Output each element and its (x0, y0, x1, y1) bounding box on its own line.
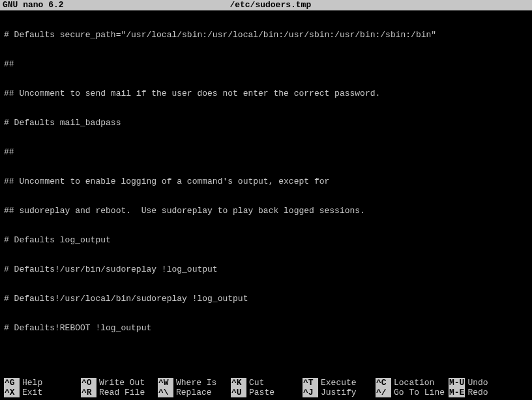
shortcut-row-1: ^GHelp ^OWrite Out ^WWhere Is ^KCut ^TEx… (4, 378, 528, 388)
file-line: ## Uncomment to enable logging of a comm… (4, 177, 528, 186)
shortcut-justify[interactable]: ^JJustify (303, 388, 376, 397)
file-line: # Defaults!/usr/local/bin/sudoreplay !lo… (4, 294, 528, 304)
shortcut-cut[interactable]: ^KCut (231, 378, 303, 388)
file-line: # Defaults mail_badpass (4, 118, 528, 128)
file-line: ## (4, 59, 528, 69)
file-line: # Defaults!REBOOT !log_output (4, 323, 528, 333)
file-line: ## Uncomment to send mail if the user do… (4, 89, 528, 98)
shortcut-location[interactable]: ^CLocation (376, 378, 449, 388)
editor-area[interactable]: # Defaults secure_path="/usr/local/sbin:… (0, 10, 532, 400)
file-line (4, 352, 528, 362)
file-line: ## (4, 147, 528, 157)
shortcut-replace[interactable]: ^\Replace (158, 388, 231, 397)
shortcut-readfile[interactable]: ^RRead File (81, 388, 158, 397)
file-line: # Defaults log_output (4, 235, 528, 245)
file-path: /etc/sudoers.tmp (12, 0, 529, 10)
title-bar: GNU nano 6.2 /etc/sudoers.tmp (0, 0, 532, 10)
shortcut-paste[interactable]: ^UPaste (231, 388, 303, 397)
shortcut-help[interactable]: ^GHelp (4, 378, 81, 388)
file-line: # Defaults secure_path="/usr/local/sbin:… (4, 30, 528, 40)
shortcut-writeout[interactable]: ^OWrite Out (81, 378, 158, 388)
file-line: ## sudoreplay and reboot. Use sudoreplay… (4, 206, 528, 216)
shortcut-gotoline[interactable]: ^/Go To Line (376, 388, 449, 397)
shortcut-whereis[interactable]: ^WWhere Is (158, 378, 231, 388)
file-line: # Defaults!/usr/bin/sudoreplay !log_outp… (4, 264, 528, 274)
shortcut-bar: ^GHelp ^OWrite Out ^WWhere Is ^KCut ^TEx… (4, 378, 528, 397)
shortcut-redo[interactable]: M-ERedo (449, 388, 494, 397)
shortcut-row-2: ^XExit ^RRead File ^\Replace ^UPaste ^JJ… (4, 388, 528, 397)
shortcut-exit[interactable]: ^XExit (4, 388, 81, 397)
shortcut-execute[interactable]: ^TExecute (303, 378, 376, 388)
shortcut-undo[interactable]: M-UUndo (449, 378, 494, 388)
